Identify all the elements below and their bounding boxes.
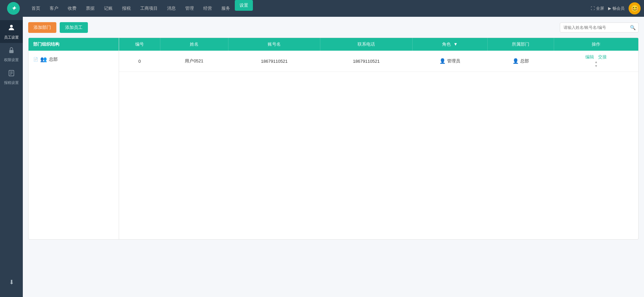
col-header-name: 姓名 <box>160 38 228 51</box>
top-navigation: ✦ 首页 客户 收费 票据 记账 报税 工商项目 消息 管理 经营 服务 设置 … <box>0 0 644 17</box>
table-panel: 编号 姓名 账号名 联系电话 角色 ▼ 所属部门 操作 <box>119 38 638 239</box>
cell-actions: 编辑 交接 ▲ ▼ <box>554 51 638 72</box>
col-header-id: 编号 <box>119 38 160 51</box>
nav-item-service[interactable]: 服务 <box>217 0 235 17</box>
tree-panel: 部门组织结构 📄 👥 总部 <box>29 38 119 239</box>
sidebar-item-staff[interactable]: 员工设置 <box>0 20 23 43</box>
role-user-icon: 👤 <box>439 58 446 64</box>
lock-icon <box>8 47 15 56</box>
content-panel: 部门组织结构 📄 👥 总部 编号 姓名 账号名 <box>28 38 639 240</box>
cell-role: 👤 管理员 <box>412 51 487 72</box>
staff-icon <box>7 23 15 34</box>
sidebar-bottom-button[interactable]: ⬇ <box>0 271 23 294</box>
cell-name: 用户0521 <box>160 51 228 72</box>
nav-item-invoice[interactable]: 票据 <box>81 0 99 17</box>
add-staff-button[interactable]: 添加员工 <box>60 22 88 33</box>
scroll-down-icon[interactable]: ▼ <box>594 64 598 68</box>
svg-rect-1 <box>9 50 14 53</box>
nav-item-manage[interactable]: 管理 <box>180 0 199 17</box>
tree-body: 📄 👥 总部 <box>29 51 119 68</box>
cell-account: 18679110521 <box>228 51 320 72</box>
vip-icon: ▶ <box>608 6 611 11</box>
sidebar-item-permissions[interactable]: 权限设置 <box>0 43 23 66</box>
user-avatar[interactable]: 😊 <box>629 2 641 14</box>
nav-item-customer[interactable]: 客户 <box>45 0 63 17</box>
table-row: 0 用户0521 18679110521 18679110521 👤 管理员 <box>119 51 638 72</box>
sidebar-permissions-label: 权限设置 <box>4 57 19 62</box>
tree-node-general[interactable]: 📄 👥 总部 <box>32 54 115 64</box>
row-scroll-arrows: ▲ ▼ <box>556 60 636 68</box>
nav-item-fee[interactable]: 收费 <box>63 0 81 17</box>
top-nav-right: ⛶ 全屏 ▶ 畅会员 😊 <box>591 2 641 14</box>
nav-menu: 首页 客户 收费 票据 记账 报税 工商项目 消息 管理 经营 服务 设置 <box>27 0 591 17</box>
nav-item-operation[interactable]: 经营 <box>199 0 217 17</box>
svg-point-0 <box>10 25 13 28</box>
col-header-actions: 操作 <box>554 38 638 51</box>
tree-node-label: 总部 <box>49 56 58 62</box>
dept-text: 总部 <box>520 58 529 64</box>
search-input[interactable] <box>560 24 627 31</box>
tree-panel-header: 部门组织结构 <box>29 38 119 51</box>
left-sidebar: 员工设置 权限设置 报税设置 ⬇ <box>0 17 23 297</box>
main-content: 添加部门 添加员工 🔍 部门组织结构 📄 👥 总部 <box>23 17 644 297</box>
search-button[interactable]: 🔍 <box>627 23 638 32</box>
dept-user-icon: 👤 <box>513 58 519 64</box>
cell-phone: 18679110521 <box>320 51 412 72</box>
cell-id: 0 <box>119 51 160 72</box>
nav-item-settings[interactable]: 设置 <box>235 0 253 11</box>
tax-report-icon <box>8 69 15 79</box>
add-dept-button[interactable]: 添加部门 <box>28 22 56 33</box>
sidebar-staff-label: 员工设置 <box>4 35 19 40</box>
search-icon: 🔍 <box>630 25 636 30</box>
col-header-dept: 所属部门 <box>487 38 554 51</box>
tree-node-user-icon: 👥 <box>40 56 47 62</box>
transfer-action[interactable]: 交接 <box>598 54 607 59</box>
logo-icon: ✦ <box>7 2 20 15</box>
vip-label: 畅会员 <box>612 6 625 11</box>
fullscreen-label: 全屏 <box>596 6 604 11</box>
filter-icon[interactable]: ▼ <box>453 42 458 47</box>
scroll-up-icon[interactable]: ▲ <box>594 60 598 64</box>
col-header-account: 账号名 <box>228 38 320 51</box>
sidebar-item-tax[interactable]: 报税设置 <box>0 66 23 89</box>
app-body: 员工设置 权限设置 报税设置 ⬇ <box>0 17 644 297</box>
search-box: 🔍 <box>560 22 639 33</box>
col-header-phone: 联系电话 <box>320 38 412 51</box>
app-logo: ✦ <box>3 2 23 15</box>
fullscreen-button[interactable]: ⛶ 全屏 <box>591 6 604 11</box>
nav-item-accounting[interactable]: 记账 <box>99 0 117 17</box>
edit-action[interactable]: 编辑 <box>585 54 594 59</box>
tree-node-file-icon: 📄 <box>33 57 38 62</box>
role-text: 管理员 <box>447 58 460 64</box>
nav-item-home[interactable]: 首页 <box>27 0 45 17</box>
nav-item-message[interactable]: 消息 <box>162 0 180 17</box>
vip-button[interactable]: ▶ 畅会员 <box>608 6 625 11</box>
fullscreen-icon: ⛶ <box>591 6 595 11</box>
employees-table: 编号 姓名 账号名 联系电话 角色 ▼ 所属部门 操作 <box>119 38 638 72</box>
nav-item-tax[interactable]: 报税 <box>117 0 136 17</box>
cell-dept: 👤 总部 <box>487 51 554 72</box>
download-icon: ⬇ <box>9 279 14 286</box>
page-toolbar: 添加部门 添加员工 🔍 <box>28 22 639 33</box>
sidebar-tax-label: 报税设置 <box>4 80 19 85</box>
col-header-role: 角色 ▼ <box>412 38 487 51</box>
nav-item-business[interactable]: 工商项目 <box>136 0 162 17</box>
